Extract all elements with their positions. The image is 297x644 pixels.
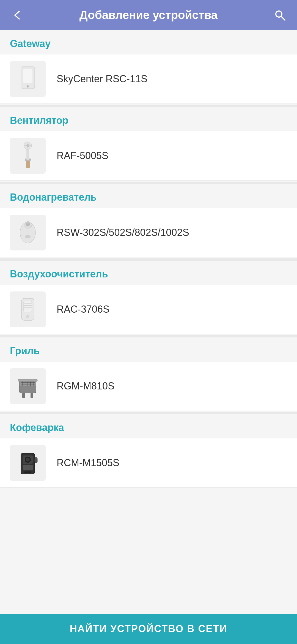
- section-title-water-heater: Водонагреватель: [0, 184, 297, 208]
- device-name-rcm-m1505s: RCM-M1505S: [57, 457, 119, 469]
- svg-rect-38: [23, 465, 33, 470]
- device-name-rsw302s: RSW-302S/502S/802S/1002S: [57, 227, 189, 238]
- divider-3: [0, 258, 297, 261]
- svg-rect-42: [35, 457, 37, 463]
- section-title-gateway: Gateway: [0, 30, 297, 54]
- divider-4: [0, 335, 297, 337]
- section-water-heater: Водонагреватель RSW-302S/502S/802S/1002S: [0, 184, 297, 257]
- device-image-air-purifier: [10, 291, 46, 327]
- device-name-rgm-m810s: RGM-M810S: [57, 380, 114, 392]
- device-item-rcm-m1505s[interactable]: RCM-M1505S: [0, 438, 297, 488]
- device-image-gateway: [10, 61, 46, 97]
- svg-point-40: [26, 458, 30, 462]
- section-grill: Гриль RGM-M810S: [0, 337, 297, 411]
- section-coffee-maker: Кофеварка RCM-M1505S: [0, 414, 297, 488]
- device-name-skycenter: SkyCenter RSC-11S: [57, 73, 147, 85]
- device-name-rac3706s: RAC-3706S: [57, 304, 109, 315]
- page-title: Добавление устройства: [25, 9, 272, 22]
- device-item-rac3706s[interactable]: RAC-3706S: [0, 285, 297, 334]
- svg-line-1: [281, 17, 285, 20]
- section-title-coffee-maker: Кофеварка: [0, 414, 297, 438]
- device-item-rgm-m810s[interactable]: RGM-M810S: [0, 362, 297, 411]
- section-gateway: Gateway SkyCenter RSC-11S: [0, 30, 297, 104]
- svg-rect-41: [24, 471, 31, 473]
- device-item-rsw302s[interactable]: RSW-302S/502S/802S/1002S: [0, 208, 297, 257]
- device-name-raf5005s: RAF-5005S: [57, 150, 108, 162]
- device-image-coffee-maker: [10, 445, 46, 481]
- search-button[interactable]: [272, 9, 288, 21]
- svg-point-4: [27, 85, 29, 88]
- svg-rect-5: [26, 160, 30, 168]
- device-item-raf5005s[interactable]: RAF-5005S: [0, 131, 297, 181]
- svg-rect-15: [27, 221, 29, 223]
- app-header: Добавление устройства: [0, 0, 297, 30]
- section-ventilator: Вентилятор RAF-5005S: [0, 107, 297, 181]
- svg-rect-18: [24, 301, 32, 312]
- svg-point-23: [26, 315, 29, 318]
- device-image-fan: [10, 138, 46, 174]
- back-button[interactable]: [9, 10, 25, 21]
- svg-rect-35: [18, 379, 37, 381]
- section-title-grill: Гриль: [0, 337, 297, 362]
- divider-5: [0, 412, 297, 414]
- svg-rect-33: [22, 393, 25, 398]
- device-list: Gateway SkyCenter RSC-11S Вентилятор: [0, 30, 297, 644]
- section-title-air-purifier: Воздухоочиститель: [0, 261, 297, 285]
- section-air-purifier: Воздухоочиститель RAC-3706S: [0, 261, 297, 334]
- svg-point-16: [25, 235, 31, 238]
- section-title-ventilator: Вентилятор: [0, 107, 297, 131]
- svg-rect-3: [23, 69, 32, 83]
- divider-1: [0, 105, 297, 107]
- svg-rect-34: [31, 393, 33, 398]
- device-image-water-heater: [10, 215, 46, 250]
- device-image-grill: [10, 368, 46, 404]
- find-device-button[interactable]: НАЙТИ УСТРОЙСТВО В СЕТИ: [0, 614, 297, 644]
- device-item-skycenter[interactable]: SkyCenter RSC-11S: [0, 54, 297, 104]
- divider-2: [0, 182, 297, 184]
